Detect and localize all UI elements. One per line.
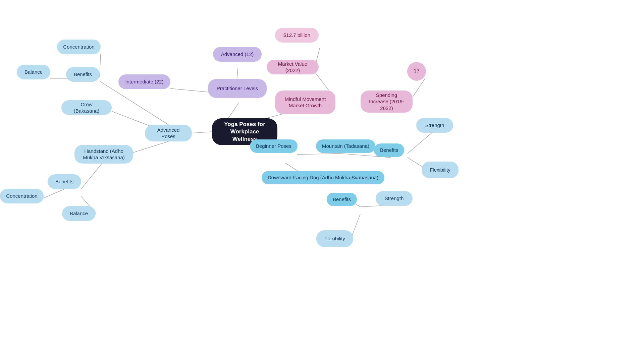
crow-bakasana-node[interactable]: Crow (Bakasana): [61, 100, 112, 115]
balance-top-node[interactable]: Balance: [17, 65, 50, 79]
concentration-top-node[interactable]: Concentration: [57, 40, 101, 54]
svg-line-25: [413, 78, 425, 97]
svg-line-15: [408, 132, 433, 154]
balance-bot-node[interactable]: Balance: [62, 206, 96, 221]
billion-node[interactable]: $12.7 billion: [275, 28, 319, 43]
svg-line-13: [297, 154, 339, 155]
mindful-growth-node[interactable]: Mindful Movement Market Growth: [275, 90, 335, 114]
concentration-bot-node[interactable]: Concentration: [0, 189, 44, 203]
svg-line-0: [192, 132, 212, 133]
strength-dd-node[interactable]: Strength: [376, 191, 413, 206]
spending-increase-node[interactable]: Spending Increase (2019-2022): [361, 90, 413, 113]
intermediate-22-node[interactable]: Intermediate (22): [118, 74, 170, 89]
strength-mtn-node[interactable]: Strength: [416, 118, 453, 133]
benefits-dd-node[interactable]: Benefits: [327, 193, 357, 206]
benefits-adv-node[interactable]: Benefits: [66, 67, 100, 82]
market-value-node[interactable]: Market Value (2022): [267, 60, 319, 74]
flexibility-mtn-node[interactable]: Flexibility: [422, 162, 459, 178]
benefits-hand-node[interactable]: Benefits: [48, 174, 81, 189]
flexibility-dd-node[interactable]: Flexibility: [316, 230, 353, 247]
svg-line-6: [81, 161, 104, 189]
advanced-12-node[interactable]: Advanced (12): [213, 47, 262, 62]
seventeen-node[interactable]: 17: [407, 62, 426, 81]
advanced-poses-node[interactable]: Advanced Poses: [145, 125, 192, 141]
mountain-tadasana-node[interactable]: Mountain (Tadasana): [316, 139, 375, 153]
beginner-poses-node[interactable]: Beginner Poses: [250, 139, 298, 153]
practitioner-levels-node[interactable]: Practitioner Levels: [208, 79, 267, 98]
svg-line-5: [133, 141, 168, 153]
svg-line-11: [170, 88, 209, 92]
handstand-node[interactable]: Handstand (Adho Mukha Vrksasana): [74, 145, 133, 164]
svg-line-2: [100, 54, 101, 77]
downward-dog-node[interactable]: Downward-Facing Dog (Adho Mukha Svanasan…: [262, 171, 384, 184]
svg-line-9: [228, 103, 238, 118]
benefits-mtn-node[interactable]: Benefits: [374, 143, 404, 157]
svg-line-20: [352, 214, 360, 237]
